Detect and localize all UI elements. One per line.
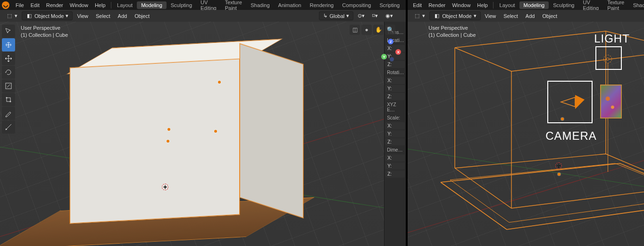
hdr-view-r[interactable]: View bbox=[482, 11, 500, 20]
orientation-label: Global bbox=[329, 13, 344, 19]
gizmo-hand-icon[interactable]: ✋ bbox=[373, 25, 384, 35]
top-menu-bar-right: Edit Render Window Help Layout Modeling … bbox=[408, 0, 644, 10]
hdr-object-r[interactable]: Object bbox=[539, 11, 560, 20]
annotation-camera-box bbox=[547, 81, 593, 123]
annotation-light-box bbox=[595, 46, 622, 70]
perspective-label-r: User Perspective bbox=[428, 25, 476, 32]
origin-dot bbox=[218, 81, 221, 84]
workspace-shading-r[interactable]: Shading bbox=[629, 1, 644, 9]
menu-window[interactable]: Window bbox=[67, 2, 92, 8]
workspace-animation[interactable]: Animation bbox=[274, 1, 306, 9]
editor-type-icon-r[interactable]: ⬚▾ bbox=[410, 11, 428, 20]
tool-annotate[interactable] bbox=[2, 107, 15, 120]
orientation-dropdown[interactable]: ↳ Global ▾ bbox=[319, 11, 353, 20]
workspace-shading[interactable]: Shading bbox=[246, 1, 274, 9]
collection-label: (1) Collection | Cube bbox=[21, 32, 68, 39]
svg-point-4 bbox=[10, 101, 11, 102]
menu-render[interactable]: Render bbox=[43, 2, 67, 8]
tool-rotate[interactable] bbox=[2, 66, 15, 79]
pivot-icon[interactable]: ⊙▾ bbox=[354, 11, 368, 20]
3d-cursor-icon bbox=[160, 182, 170, 192]
menu-edit[interactable]: Edit bbox=[27, 2, 43, 8]
npanel-scale-x[interactable]: X: bbox=[385, 122, 405, 129]
collection-label-r: (1) Collection | Cube bbox=[428, 32, 476, 39]
nav-gizmo[interactable]: Z X Y bbox=[378, 39, 401, 61]
workspace-sculpting[interactable]: Sculpting bbox=[167, 1, 196, 9]
gizmo-record-icon[interactable]: ● bbox=[361, 25, 372, 35]
workspace-compositing[interactable]: Compositing bbox=[338, 1, 375, 9]
workspace-layout[interactable]: Layout bbox=[113, 1, 137, 9]
nav-axis-z[interactable]: Z bbox=[388, 39, 393, 44]
editor-type-icon[interactable]: ⬚▾ bbox=[3, 11, 21, 20]
tool-measure[interactable] bbox=[2, 120, 15, 134]
viewport-3d[interactable]: User Perspective (1) Collection | Cube ◫… bbox=[0, 22, 406, 246]
npanel-scale-header: Scale: bbox=[385, 114, 405, 121]
npanel-dim-header: Dime… bbox=[385, 146, 405, 153]
workspace-modeling[interactable]: Modeling bbox=[137, 1, 167, 9]
top-menu-bar: File Edit Render Window Help Layout Mode… bbox=[0, 0, 406, 10]
menu-help[interactable]: Help bbox=[92, 2, 109, 8]
npanel-dim-z[interactable]: Z: bbox=[385, 170, 405, 178]
menu-window-r[interactable]: Window bbox=[449, 2, 474, 8]
tool-select-box[interactable] bbox=[2, 25, 15, 38]
gizmo-camera-icon[interactable]: ◫ bbox=[350, 25, 360, 35]
mode-dropdown[interactable]: ◧Object Mode ▾ bbox=[22, 11, 73, 20]
workspace-sculpting-r[interactable]: Sculpting bbox=[549, 1, 578, 9]
menu-help-r[interactable]: Help bbox=[474, 2, 491, 8]
npanel-rot-y[interactable]: Y: bbox=[385, 85, 405, 92]
tool-move[interactable] bbox=[2, 52, 15, 65]
hdr-view[interactable]: View bbox=[74, 11, 92, 20]
mode-dropdown-r[interactable]: ◧Object Mode ▾ bbox=[429, 11, 480, 20]
npanel-loc-z[interactable]: Z: bbox=[385, 61, 405, 68]
npanel-dim-y[interactable]: Y: bbox=[385, 162, 405, 170]
viewport-info-r: User Perspective (1) Collection | Cube bbox=[428, 25, 476, 39]
menu-file[interactable]: File bbox=[12, 2, 27, 8]
workspace-modeling-r[interactable]: Modeling bbox=[519, 1, 549, 9]
painting-plane[interactable] bbox=[600, 85, 622, 119]
blender-right-window: Edit Render Window Help Layout Modeling … bbox=[408, 0, 644, 246]
tool-shelf bbox=[2, 25, 15, 134]
cube-object[interactable] bbox=[57, 44, 259, 246]
hdr-add-r[interactable]: Add bbox=[522, 11, 538, 20]
svg-rect-2 bbox=[7, 98, 10, 102]
nav-axis-x[interactable]: X bbox=[395, 49, 401, 55]
workspace-rendering[interactable]: Rendering bbox=[305, 1, 338, 9]
proportional-icon[interactable]: ◉▾ bbox=[382, 11, 396, 20]
hdr-add[interactable]: Add bbox=[115, 11, 131, 20]
tool-transform[interactable] bbox=[2, 93, 15, 106]
perspective-label: User Perspective bbox=[21, 25, 68, 32]
menu-edit-r[interactable]: Edit bbox=[410, 2, 425, 8]
gizmo-zoom-icon[interactable]: 🔍 bbox=[385, 25, 395, 35]
tool-cursor[interactable] bbox=[2, 38, 15, 51]
workspace-layout-r[interactable]: Layout bbox=[495, 1, 519, 9]
svg-point-3 bbox=[6, 97, 8, 99]
hdr-select-r[interactable]: Select bbox=[500, 11, 521, 20]
nav-axis-y[interactable]: Y bbox=[381, 54, 387, 59]
blender-left-window: File Edit Render Window Help Layout Mode… bbox=[0, 0, 408, 246]
viewport-3d-right[interactable]: User Perspective (1) Collection | Cube ◫… bbox=[408, 22, 644, 246]
annotation-light-label: LIGHT bbox=[594, 32, 630, 45]
menu-render-r[interactable]: Render bbox=[425, 2, 449, 8]
hdr-object[interactable]: Object bbox=[131, 11, 153, 20]
workspace-scripting[interactable]: Scripting bbox=[375, 1, 404, 9]
cube-face-front bbox=[70, 59, 240, 224]
blender-logo-icon[interactable] bbox=[2, 1, 9, 9]
npanel-dim-x[interactable]: X: bbox=[385, 154, 405, 161]
viewport-info: User Perspective (1) Collection | Cube bbox=[21, 25, 68, 39]
snap-icon[interactable]: ⌑▾ bbox=[369, 11, 381, 20]
hdr-select[interactable]: Select bbox=[92, 11, 114, 20]
viewport-header: ⬚▾ ◧Object Mode ▾ View Select Add Object… bbox=[0, 10, 406, 22]
npanel-rot-x[interactable]: X: bbox=[385, 77, 405, 84]
cube-face-right bbox=[240, 43, 303, 218]
nav-axis-neg[interactable] bbox=[390, 57, 394, 61]
npanel-xyz-euler[interactable]: XYZ E… bbox=[385, 101, 405, 113]
tool-scale[interactable] bbox=[2, 79, 15, 93]
npanel-scale-y[interactable]: Y: bbox=[385, 130, 405, 137]
mode-label: Object Mode bbox=[34, 13, 64, 19]
npanel-scale-z[interactable]: Z: bbox=[385, 138, 405, 145]
3d-cursor-icon-r bbox=[554, 161, 563, 170]
origin-dot bbox=[167, 140, 169, 143]
npanel-rotation-header: Rotati… bbox=[385, 69, 405, 76]
viewport-header-right: ⬚▾ ◧Object Mode ▾ View Select Add Object… bbox=[408, 10, 644, 22]
npanel-rot-z[interactable]: Z: bbox=[385, 93, 405, 100]
